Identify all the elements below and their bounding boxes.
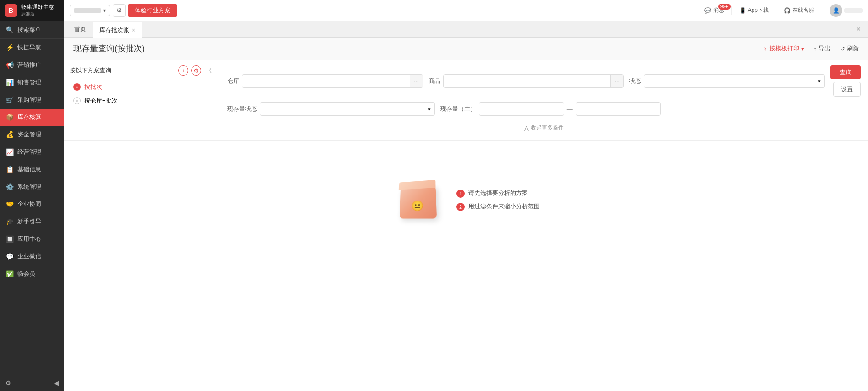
warehouse-dots-button[interactable]: ··· xyxy=(410,74,423,88)
sidebar-item-finance[interactable]: 💰 资金管理 xyxy=(0,126,64,143)
sidebar-item-label-marketing: 营销推广 xyxy=(17,61,41,69)
query-button[interactable]: 查询 xyxy=(830,65,861,79)
filter-row-1: 仓库 ··· 商品 ··· xyxy=(227,65,861,97)
notice-badge: 99+ xyxy=(718,4,731,10)
sidebar-item-search[interactable]: 🔍 搜索菜单 xyxy=(0,21,64,39)
header-divider-2 xyxy=(835,45,835,52)
sidebar-item-label-app-center: 应用中心 xyxy=(17,235,41,243)
sidebar-item-inventory[interactable]: 📦 库存核算 xyxy=(0,109,64,126)
sidebar-item-label-wechat: 企业微信 xyxy=(17,252,41,261)
scheme-by-warehouse-batch[interactable]: ○ 按仓库+批次 xyxy=(70,94,214,108)
sidebar-item-label-purchase: 采购管理 xyxy=(17,96,41,104)
refresh-button[interactable]: ↺ 刷新 xyxy=(840,44,859,53)
sidebar-item-wechat[interactable]: 💬 企业微信 xyxy=(0,248,64,265)
sidebar-item-system[interactable]: ⚙️ 系统管理 xyxy=(0,178,64,196)
settings-button[interactable]: 设置 xyxy=(833,82,861,97)
scheme-dot-gray: ○ xyxy=(73,97,81,104)
sidebar-item-label-finance: 资金管理 xyxy=(17,130,41,139)
stock-qty-range: — xyxy=(479,102,661,116)
sidebar-item-member[interactable]: ✅ 畅会员 xyxy=(0,265,64,282)
user-menu[interactable]: 👤 xyxy=(830,4,863,17)
stock-qty-max-input[interactable] xyxy=(576,102,661,116)
stock-status-chevron-icon: ▾ xyxy=(428,106,431,113)
wechat-icon: 💬 xyxy=(5,252,14,261)
scheme-by-batch[interactable]: ● 按批次 xyxy=(70,80,214,94)
sidebar-footer: ⚙ ◀ xyxy=(0,375,64,391)
sidebar-item-app-center[interactable]: 🔲 应用中心 xyxy=(0,230,64,248)
app-edition: 标准版 xyxy=(21,11,54,17)
operation-icon: 📈 xyxy=(5,148,14,156)
export-button[interactable]: ↑ 导出 xyxy=(814,44,831,53)
topbar-divider-2 xyxy=(776,6,776,15)
tip-num-1: 1 xyxy=(456,190,465,198)
chevron-up-icon: ⋀ xyxy=(524,125,529,131)
avatar: 👤 xyxy=(830,4,842,17)
filter-stock-status-field: 现存量状态 ▾ xyxy=(227,102,435,116)
product-dots-button[interactable]: ··· xyxy=(610,74,623,88)
box-face: 😐 xyxy=(411,200,423,212)
sidebar-item-label-newbie: 新手引导 xyxy=(17,217,41,226)
sidebar-item-purchase[interactable]: 🛒 采购管理 xyxy=(0,91,64,109)
header-divider-1 xyxy=(809,45,809,52)
page-content: 现存量查询(按批次) 🖨 按模板打印 ▾ ↑ 导出 ↺ 刷 xyxy=(64,38,868,391)
sidebar-item-quick-nav[interactable]: ⚡ 快捷导航 xyxy=(0,39,64,56)
app-download-label: App下载 xyxy=(748,6,769,14)
online-service-button[interactable]: 🎧 在线客服 xyxy=(784,6,814,14)
topbar-divider-1 xyxy=(731,6,732,15)
template-print-button[interactable]: 🖨 按模板打印 ▾ xyxy=(762,44,804,53)
tab-home[interactable]: 首页 xyxy=(68,21,93,38)
empty-icon-area: 😐 xyxy=(392,177,443,228)
page-header: 现存量查询(按批次) 🖨 按模板打印 ▾ ↑ 导出 ↺ 刷 xyxy=(64,38,868,60)
app-download-button[interactable]: 📱 App下载 xyxy=(739,6,769,14)
topbar-right: 💬 消息 99+ 📱 App下载 🎧 在线客服 👤 xyxy=(704,4,863,17)
chevron-down-icon: ▾ xyxy=(818,78,821,85)
collapse-text: 收起更多条件 xyxy=(531,124,564,132)
stock-qty-min-input[interactable] xyxy=(479,102,564,116)
sidebar-collapse-icon[interactable]: ◀ xyxy=(54,380,59,386)
sidebar-item-enterprise[interactable]: 🤝 企业协同 xyxy=(0,196,64,213)
experience-button[interactable]: 体验行业方案 xyxy=(128,4,177,17)
username-label xyxy=(844,8,863,13)
tab-inventory-batch[interactable]: 库存批次账 × xyxy=(93,22,142,38)
sidebar-item-label-operation: 经营管理 xyxy=(17,148,41,156)
status-select[interactable]: ▾ xyxy=(644,74,825,88)
product-input[interactable] xyxy=(444,78,611,85)
collapse-scheme-button[interactable]: 《 xyxy=(204,65,214,76)
tab-close-icon[interactable]: × xyxy=(132,27,135,33)
settings-scheme-button[interactable]: ⚙ xyxy=(191,65,201,76)
sidebar-item-sales[interactable]: 📊 销售管理 xyxy=(0,74,64,91)
sidebar: B 畅康通好生意 标准版 🔍 搜索菜单 ⚡ 快捷导航 📢 营销推广 📊 销售管理… xyxy=(0,0,64,391)
add-scheme-button[interactable]: + xyxy=(178,65,188,76)
tip-num-2: 2 xyxy=(456,203,465,211)
sidebar-item-marketing[interactable]: 📢 营销推广 xyxy=(0,56,64,74)
product-label: 商品 xyxy=(429,77,440,85)
tab-home-label: 首页 xyxy=(74,25,86,33)
sidebar-item-label-quick-nav: 快捷导航 xyxy=(17,43,41,52)
warehouse-input[interactable] xyxy=(242,78,410,85)
sidebar-item-newbie[interactable]: 🎓 新手引导 xyxy=(0,213,64,230)
export-icon: ↑ xyxy=(814,45,817,52)
stock-status-label: 现存量状态 xyxy=(227,105,257,113)
sidebar-item-label-enterprise: 企业协同 xyxy=(17,200,41,208)
notice-button[interactable]: 💬 消息 99+ xyxy=(704,6,724,14)
newbie-icon: 🎓 xyxy=(5,217,14,226)
topbar: ▾ ⚙ 体验行业方案 💬 消息 99+ 📱 App下载 🎧 在线客服 xyxy=(64,0,868,21)
tabs-close-all-button[interactable]: × xyxy=(853,25,864,33)
topbar-gear-button[interactable]: ⚙ xyxy=(113,4,126,17)
online-service-label: 在线客服 xyxy=(792,6,814,14)
sidebar-item-basic[interactable]: 📋 基础信息 xyxy=(0,161,64,178)
quick-nav-icon: ⚡ xyxy=(5,43,14,52)
empty-tips: 1 请先选择要分析的方案 2 用过滤条件来缩小分析范围 xyxy=(456,189,540,216)
empty-state: 😐 1 请先选择要分析的方案 2 用过滤条件来缩小分析范围 xyxy=(64,141,868,264)
status-label: 状态 xyxy=(629,77,641,85)
dropdown-chevron-icon: ▾ xyxy=(103,7,106,14)
sidebar-item-label-sales: 销售管理 xyxy=(17,78,41,87)
collapse-more-button[interactable]: ⋀ 收起更多条件 xyxy=(227,121,861,135)
sidebar-settings-icon[interactable]: ⚙ xyxy=(5,380,11,386)
topbar-dropdown[interactable]: ▾ xyxy=(70,5,110,16)
stock-status-select[interactable]: ▾ xyxy=(260,102,435,116)
app-logo: B xyxy=(5,4,17,17)
dropdown-label xyxy=(74,8,101,13)
sidebar-item-operation[interactable]: 📈 经营管理 xyxy=(0,143,64,161)
page-inner: 现存量查询(按批次) 🖨 按模板打印 ▾ ↑ 导出 ↺ 刷 xyxy=(64,38,868,391)
